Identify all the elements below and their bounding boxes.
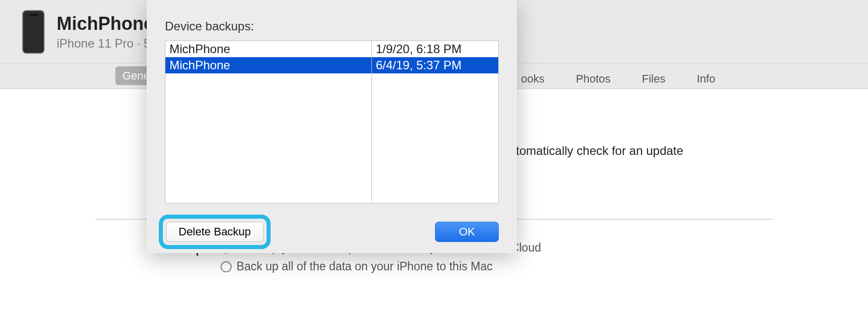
tab-files[interactable]: Files [635, 69, 672, 89]
ok-button[interactable]: OK [435, 222, 499, 242]
backup-date: 6/4/19, 5:37 PM [372, 57, 498, 73]
device-model: iPhone 11 Pro · 5 [57, 36, 154, 51]
backup-option-label: Back up all of the data on your iPhone t… [237, 260, 493, 273]
update-text-fragment: tomatically check for an update [516, 144, 683, 158]
tab-photos[interactable]: Photos [569, 69, 618, 89]
tab-info[interactable]: Info [689, 69, 722, 89]
annotation-highlight: Delete Backup [159, 215, 271, 249]
tab-books[interactable]: ooks [514, 69, 551, 89]
table-row[interactable]: MichPhone 6/4/19, 5:37 PM [165, 57, 498, 73]
backup-option-mac[interactable]: Back up all of the data on your iPhone t… [221, 260, 541, 273]
table-row[interactable]: MichPhone 1/9/20, 6:18 PM [165, 41, 498, 57]
radio-icon [221, 261, 232, 272]
modal-title: Device backups: [165, 19, 499, 33]
delete-backup-button[interactable]: Delete Backup [166, 222, 264, 242]
backup-name: MichPhone [165, 57, 372, 73]
device-backups-modal: Device backups: MichPhone 1/9/20, 6:18 P… [147, 0, 517, 253]
backup-table[interactable]: MichPhone 1/9/20, 6:18 PM MichPhone 6/4/… [165, 40, 499, 204]
iphone-icon [22, 10, 45, 54]
backup-name: MichPhone [165, 41, 372, 57]
backup-date: 1/9/20, 6:18 PM [372, 41, 498, 57]
device-name: MichPhone [57, 13, 154, 34]
table-empty-area [165, 73, 498, 203]
